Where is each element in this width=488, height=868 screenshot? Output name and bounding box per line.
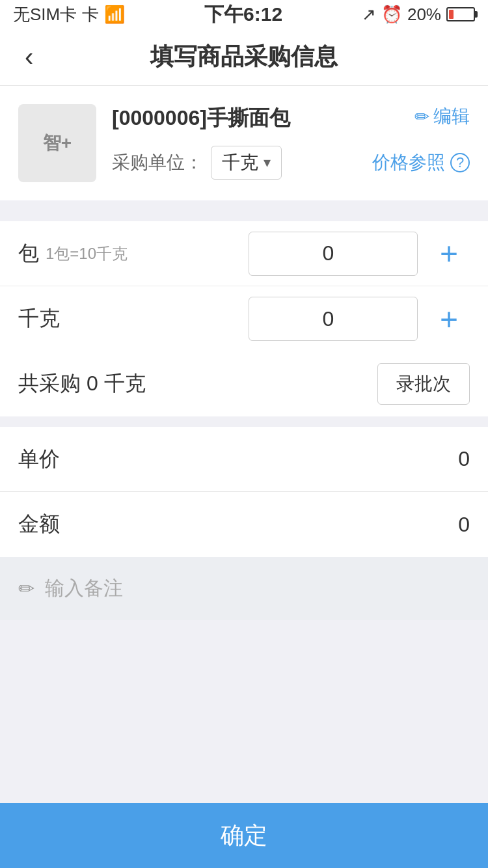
product-name: [0000006]手撕面包	[112, 104, 414, 133]
edit-button[interactable]: ✏ 编辑	[414, 104, 470, 129]
product-unit-row: 采购单位： 千克 ▾ 价格参照 ?	[112, 146, 470, 180]
battery-percent: 20%	[407, 5, 441, 25]
product-logo: 智+	[43, 131, 72, 156]
unit-label: 采购单位：	[112, 150, 203, 175]
status-left: 无SIM卡 卡 📶	[13, 3, 125, 26]
bag-input-row: 包 1包=10千克 +	[0, 221, 488, 286]
status-bar: 无SIM卡 卡 📶 下午6:12 ↗ ⏰ 20%	[0, 0, 488, 29]
product-card: 智+ [0000006]手撕面包 ✏ 编辑 采购单位： 千克 ▾ 价格参照 ?	[0, 86, 488, 200]
battery-icon	[446, 7, 475, 21]
kg-field-wrap: +	[60, 297, 470, 341]
bag-field-wrap: +	[128, 232, 470, 276]
bag-input[interactable]	[249, 232, 418, 276]
unit-price-label: 单价	[18, 445, 60, 474]
remark-section[interactable]: ✏ 输入备注	[0, 557, 488, 620]
unit-price-value: 0	[458, 447, 470, 471]
amount-row: 金额 0	[0, 492, 488, 557]
unit-value: 千克	[222, 150, 258, 175]
bag-plus-button[interactable]: +	[428, 233, 470, 275]
sim-label: 卡	[82, 3, 99, 26]
pencil-icon: ✏	[18, 577, 34, 600]
product-header: [0000006]手撕面包 ✏ 编辑	[112, 104, 470, 133]
kg-input[interactable]	[249, 297, 418, 341]
price-ref-button[interactable]: 价格参照 ?	[372, 150, 470, 175]
edit-icon: ✏	[414, 106, 429, 128]
status-right: ↗ ⏰ 20%	[362, 5, 475, 25]
bag-sublabel: 1包=10千克	[46, 243, 128, 264]
amount-value: 0	[458, 513, 470, 537]
help-icon: ?	[450, 153, 470, 172]
price-section: 单价 0 金额 0	[0, 427, 488, 557]
location-icon: ↗	[362, 5, 376, 25]
section-divider-2	[0, 416, 488, 427]
price-ref-label: 价格参照	[372, 150, 445, 175]
unit-price-row: 单价 0	[0, 427, 488, 492]
carrier-label: 无SIM卡	[13, 3, 77, 26]
total-text: 共采购 0 千克	[18, 370, 146, 398]
alarm-icon: ⏰	[381, 5, 402, 25]
kg-plus-button[interactable]: +	[428, 298, 470, 340]
edit-label: 编辑	[433, 104, 470, 129]
page-title: 填写商品采购信息	[150, 41, 338, 73]
wifi-icon: 📶	[104, 5, 125, 25]
section-divider-1	[0, 211, 488, 221]
back-button[interactable]: ‹	[18, 36, 40, 78]
remark-placeholder: 输入备注	[45, 575, 123, 602]
total-row: 共采购 0 千克 录批次	[0, 351, 488, 416]
product-info: [0000006]手撕面包 ✏ 编辑 采购单位： 千克 ▾ 价格参照 ?	[112, 104, 470, 180]
bag-label: 包	[18, 239, 39, 268]
product-image: 智+	[18, 104, 96, 182]
unit-dropdown[interactable]: 千克 ▾	[211, 146, 282, 180]
status-time: 下午6:12	[204, 1, 282, 28]
confirm-button[interactable]: 确定	[0, 803, 488, 868]
nav-bar: ‹ 填写商品采购信息	[0, 29, 488, 86]
kg-input-row: 千克 +	[0, 286, 488, 351]
batch-button[interactable]: 录批次	[377, 363, 470, 405]
chevron-down-icon: ▾	[264, 154, 271, 171]
input-section: 包 1包=10千克 + 千克 +	[0, 221, 488, 351]
amount-label: 金额	[18, 510, 60, 539]
kg-label: 千克	[18, 305, 60, 333]
unit-selector-wrap: 采购单位： 千克 ▾	[112, 146, 282, 180]
